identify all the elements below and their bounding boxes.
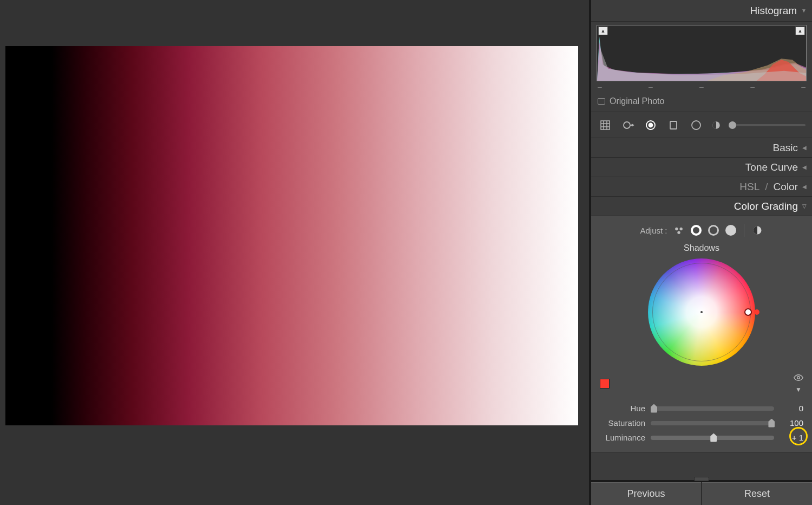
radial-filter-icon[interactable] <box>689 118 704 133</box>
histogram-header[interactable]: Histogram ▼ <box>591 0 812 22</box>
luminance-slider-row: Luminance + 1 <box>597 430 807 445</box>
preview-toggle-icon[interactable] <box>794 373 803 383</box>
histogram-graph <box>597 25 806 81</box>
adjust-midtones-icon[interactable] <box>708 224 719 236</box>
color-wheel[interactable] <box>648 258 755 366</box>
svg-point-6 <box>692 121 700 130</box>
adjust-global-icon[interactable] <box>751 224 763 236</box>
shadow-clipping-button[interactable]: ▲ <box>598 27 608 35</box>
chevron-left-icon: ◀ <box>802 164 807 170</box>
slider-knob[interactable] <box>729 121 736 129</box>
previous-button[interactable]: Previous <box>591 482 701 505</box>
adjust-highlights-icon[interactable] <box>725 224 737 236</box>
chevron-down-icon: ▼ <box>801 8 807 14</box>
slider-knob[interactable] <box>710 433 717 442</box>
tone-curve-panel-header[interactable]: Tone Curve ◀ <box>591 158 812 177</box>
adjust-3way-icon[interactable] <box>673 224 685 236</box>
svg-point-12 <box>797 377 800 379</box>
adjust-mode-row: Adjust : <box>597 222 807 243</box>
hue-label: Hue <box>600 404 645 413</box>
original-photo-row[interactable]: Original Photo <box>591 93 812 112</box>
develop-side-panel: Histogram ▼ ▲ ▲ <box>589 0 812 505</box>
original-photo-label: Original Photo <box>610 96 664 106</box>
hsl-color-panel-header[interactable]: HSL / Color ◀ <box>591 177 812 197</box>
crop-tool-icon[interactable] <box>598 118 613 133</box>
saturation-label: Saturation <box>600 418 645 428</box>
saturation-value[interactable]: 100 <box>780 418 803 428</box>
luminance-slider[interactable] <box>651 436 774 440</box>
color-grading-panel-header[interactable]: Color Grading ▽ <box>591 197 812 216</box>
svg-point-2 <box>624 122 630 128</box>
checkbox-icon[interactable] <box>598 98 605 105</box>
spot-removal-icon[interactable] <box>620 118 636 133</box>
svg-rect-5 <box>670 121 677 129</box>
color-wheel-edge-indicator <box>754 309 759 315</box>
svg-point-9 <box>679 228 682 230</box>
color-grading-panel: Adjust : <box>591 216 812 453</box>
reset-button[interactable]: Reset <box>702 482 812 505</box>
preview-image[interactable] <box>5 46 578 425</box>
histogram-title: Histogram <box>750 5 797 17</box>
masking-tool-icon[interactable] <box>666 118 681 133</box>
redeye-tool-icon[interactable] <box>643 118 658 133</box>
adjust-label: Adjust : <box>640 226 667 235</box>
highlight-clipping-button[interactable]: ▲ <box>795 27 805 35</box>
luminance-label: Luminance <box>600 433 645 442</box>
hue-slider-row: Hue 0 <box>597 401 807 416</box>
color-swatch[interactable] <box>600 379 610 389</box>
hue-value[interactable]: 0 <box>780 404 803 413</box>
hue-slider[interactable] <box>651 406 774 411</box>
disclosure-triangle-icon[interactable]: ▼ <box>795 386 802 393</box>
svg-rect-1 <box>601 121 610 130</box>
basic-panel-header[interactable]: Basic ◀ <box>591 138 812 158</box>
wheel-center-icon <box>700 311 703 313</box>
histogram-region-labels: – – – – – <box>591 81 812 93</box>
luminance-value[interactable]: + 1 <box>780 433 803 442</box>
slider-knob[interactable] <box>768 419 775 428</box>
svg-point-4 <box>649 123 653 127</box>
slider-knob[interactable] <box>651 404 657 413</box>
panel-resize-grip-icon[interactable] <box>694 477 709 481</box>
canvas-area <box>0 0 589 505</box>
saturation-slider-row: Saturation 100 <box>597 416 807 430</box>
svg-point-8 <box>675 228 678 230</box>
saturation-slider[interactable] <box>651 421 774 425</box>
gradient-filter-icon[interactable] <box>711 118 721 133</box>
chevron-left-icon: ◀ <box>802 145 807 151</box>
color-wheel-picker[interactable] <box>744 308 752 316</box>
histogram[interactable]: ▲ ▲ <box>597 25 807 81</box>
adjust-shadows-icon[interactable] <box>690 224 702 236</box>
chevron-down-icon: ▽ <box>802 203 807 209</box>
local-tools-strip <box>591 112 812 138</box>
chevron-left-icon: ◀ <box>802 184 807 190</box>
color-grading-subhead: Shadows <box>597 243 807 258</box>
svg-point-10 <box>677 231 680 234</box>
tool-amount-slider[interactable] <box>729 124 806 126</box>
